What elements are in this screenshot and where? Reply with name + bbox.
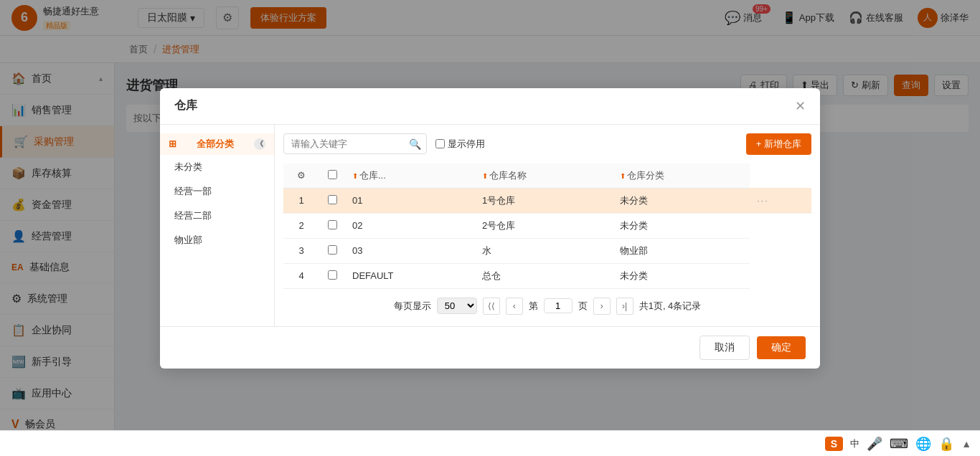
warehouse-table: ⚙ ⬆仓库... ⬆仓库名称 [283, 163, 811, 289]
row-no: 01 [345, 188, 475, 213]
page-input[interactable] [544, 298, 573, 313]
category-panel: ⊞ 全部分类 《 未分类 经营一部 经营二部 物业部 [160, 125, 275, 326]
keyboard-icon[interactable]: ⌨ [890, 436, 908, 452]
category-item-dept1[interactable]: 经营一部 [160, 179, 274, 204]
row-checkbox[interactable] [319, 213, 345, 238]
show-disabled-checkbox[interactable]: 显示停用 [435, 138, 485, 151]
category-item-dept2[interactable]: 经营二部 [160, 204, 274, 228]
last-page-button[interactable]: ›| [616, 298, 633, 315]
row-no: DEFAULT [345, 263, 475, 288]
search-input[interactable] [283, 133, 427, 154]
row-name: 1号仓库 [475, 188, 612, 213]
table-row[interactable]: 4DEFAULT总仓未分类 [283, 263, 811, 288]
modal-overlay: 仓库 ✕ ⊞ 全部分类 《 未分类 经营一部 经营二部 物业部 [0, 0, 980, 456]
row-no: 02 [345, 213, 475, 238]
search-wrap: 🔍 [283, 133, 427, 154]
row-category: 未分类 [613, 263, 750, 288]
content-panel: 🔍 显示停用 + 新增仓库 ⚙ [275, 125, 820, 326]
row-checkbox[interactable] [319, 188, 345, 213]
row-category: 未分类 [613, 188, 750, 213]
row-category: 物业部 [613, 238, 750, 263]
dialog-title: 仓库 [174, 98, 197, 113]
table-row[interactable]: 303水物业部 [283, 238, 811, 263]
total-text: 共1页, 4条记录 [639, 300, 702, 313]
row-name: 2号仓库 [475, 213, 612, 238]
dialog-header: 仓库 ✕ [160, 88, 820, 125]
grid-icon: ⊞ [169, 138, 176, 149]
warehouse-dialog: 仓库 ✕ ⊞ 全部分类 《 未分类 经营一部 经营二部 物业部 [160, 88, 820, 369]
language-icon[interactable]: 🌐 [915, 436, 931, 452]
row-category: 未分类 [613, 213, 750, 238]
row-name: 水 [475, 238, 612, 263]
ime-label: 中 [850, 437, 859, 450]
row-gear-btn[interactable]: 4 [283, 263, 319, 288]
add-warehouse-button[interactable]: + 新增仓库 [746, 133, 811, 155]
col-category: ⬆仓库分类 [613, 163, 750, 189]
dialog-body: ⊞ 全部分类 《 未分类 经营一部 经营二部 物业部 🔍 [160, 125, 820, 326]
sort-icon: ⬆ [352, 172, 358, 180]
dialog-footer: 取消 确定 [160, 326, 820, 369]
show-disabled-label: 显示停用 [448, 138, 485, 151]
row-action[interactable]: ··· [750, 188, 811, 213]
sort-cat-icon: ⬆ [620, 172, 626, 180]
sort-name-icon: ⬆ [482, 172, 488, 180]
close-button[interactable]: ✕ [795, 98, 806, 114]
row-gear-btn[interactable]: 1 [283, 188, 319, 213]
page-suffix: 页 [578, 300, 588, 313]
row-checkbox[interactable] [319, 263, 345, 288]
col-gear: ⚙ [283, 163, 319, 189]
cancel-button[interactable]: 取消 [699, 336, 750, 360]
col-check [319, 163, 345, 189]
collapse-button[interactable]: 《 [254, 138, 265, 150]
col-name: ⬆仓库名称 [475, 163, 612, 189]
disabled-checkbox[interactable] [435, 139, 445, 148]
row-no: 03 [345, 238, 475, 263]
search-bar: 🔍 显示停用 + 新增仓库 [283, 133, 811, 155]
first-page-button[interactable]: ⟨⟨ [483, 298, 500, 315]
category-item-unclassified[interactable]: 未分类 [160, 155, 274, 179]
confirm-button[interactable]: 确定 [757, 336, 806, 359]
all-category-label: 全部分类 [197, 138, 234, 151]
select-all-checkbox[interactable] [328, 170, 337, 179]
pagination: 每页显示 50 20 100 ⟨⟨ ‹ 第 页 › ›| 共1页, 4条记录 [283, 289, 811, 318]
per-page-select[interactable]: 50 20 100 [437, 298, 477, 314]
arrow-up-icon[interactable]: ▲ [961, 438, 971, 450]
mic-icon[interactable]: 🎤 [867, 436, 882, 452]
table-row[interactable]: 1011号仓库未分类··· [283, 188, 811, 213]
col-no: ⬆仓库... [345, 163, 475, 189]
bottom-logo: S [825, 437, 843, 451]
row-gear-btn[interactable]: 2 [283, 213, 319, 238]
page-label: 第 [529, 300, 538, 313]
row-name: 总仓 [475, 263, 612, 288]
category-item-property[interactable]: 物业部 [160, 228, 274, 252]
bottom-bar: S 中 🎤 ⌨ 🌐 🔒 ▲ [0, 430, 980, 456]
row-checkbox[interactable] [319, 238, 345, 263]
row-gear-btn[interactable]: 3 [283, 238, 319, 263]
prev-page-button[interactable]: ‹ [506, 298, 523, 315]
per-page-label: 每页显示 [394, 300, 431, 313]
search-icon[interactable]: 🔍 [409, 138, 421, 150]
all-category-item[interactable]: ⊞ 全部分类 《 [160, 133, 274, 155]
table-row[interactable]: 2022号仓库未分类 [283, 213, 811, 238]
lock-icon[interactable]: 🔒 [938, 436, 954, 452]
next-page-button[interactable]: › [593, 298, 611, 315]
